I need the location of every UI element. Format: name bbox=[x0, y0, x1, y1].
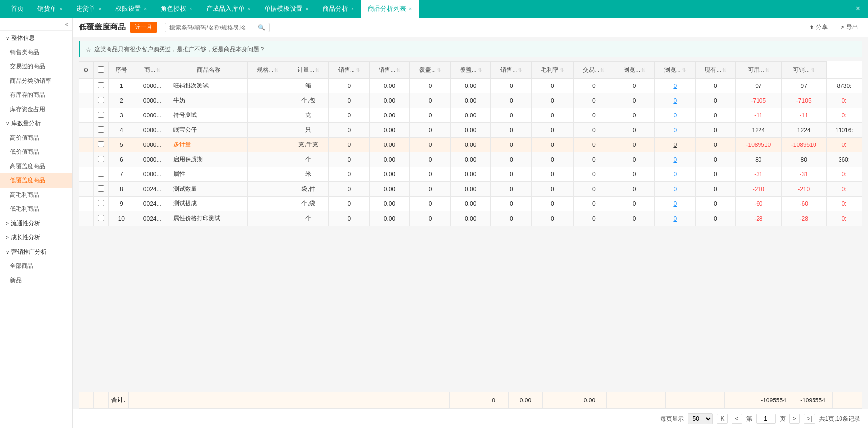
export-btn[interactable]: ↗ 导出 bbox=[836, 22, 862, 33]
cell-browse1[interactable]: 0 bbox=[654, 211, 695, 226]
cell-checkbox[interactable] bbox=[94, 93, 108, 108]
nav-permission-close[interactable]: × bbox=[144, 6, 147, 12]
last-page-btn[interactable]: >| bbox=[804, 414, 815, 424]
col-settings[interactable]: ⚙ bbox=[79, 62, 94, 79]
select-all-checkbox[interactable] bbox=[98, 66, 104, 73]
cell-trade: 0 bbox=[614, 152, 655, 167]
cell-name: 多计量 bbox=[170, 138, 247, 152]
sidebar-item-high-margin[interactable]: 高毛利商品 bbox=[0, 188, 72, 202]
cell-cov1: 0 bbox=[410, 211, 451, 226]
nav-role-close[interactable]: × bbox=[189, 6, 192, 12]
cell-checkbox[interactable] bbox=[94, 108, 108, 123]
search-box: 🔍 bbox=[165, 23, 270, 32]
cell-available-stock: 1224 bbox=[781, 123, 826, 138]
sidebar-item-inventory-capital[interactable]: 库存资金占用 bbox=[0, 102, 72, 116]
page-title: 低覆盖度商品 bbox=[79, 22, 126, 32]
sidebar-item-all-goods[interactable]: 全部商品 bbox=[0, 259, 72, 273]
cell-browse1[interactable]: 0 bbox=[654, 167, 695, 182]
page-input[interactable] bbox=[756, 414, 776, 424]
nav-permission[interactable]: 权限设置 × bbox=[108, 0, 154, 18]
cell-checkbox[interactable] bbox=[94, 138, 108, 152]
cell-cov2: 0.00 bbox=[450, 211, 491, 226]
nav-product-in-close[interactable]: × bbox=[247, 6, 250, 12]
sidebar-item-new-goods[interactable]: 新品 bbox=[0, 273, 72, 287]
cell-unit: 只 bbox=[288, 123, 329, 138]
cell-sales-qty: 0 bbox=[328, 79, 369, 93]
sidebar-item-low-value[interactable]: 低价值商品 bbox=[0, 145, 72, 159]
nav-template-close[interactable]: × bbox=[305, 6, 308, 12]
nav-purchase-close[interactable]: × bbox=[98, 6, 101, 12]
cell-checkbox[interactable] bbox=[94, 167, 108, 182]
cell-checkbox[interactable] bbox=[94, 211, 108, 226]
share-btn[interactable]: ⬆ 分享 bbox=[805, 22, 832, 33]
cell-browse1[interactable]: 0 bbox=[654, 138, 695, 152]
nav-product-in[interactable]: 产成品入库单 × bbox=[199, 0, 257, 18]
cell-sellable: 11016: bbox=[826, 123, 862, 138]
nav-analysis-list[interactable]: 商品分析列表 × bbox=[361, 0, 419, 18]
cell-cov1: 0 bbox=[410, 152, 451, 167]
sidebar-item-stocked-goods[interactable]: 有库存的商品 bbox=[0, 88, 72, 102]
sidebar-section-growth[interactable]: > 成长性分析 bbox=[0, 230, 72, 245]
cell-unit: 米 bbox=[288, 167, 329, 182]
nav-purchase[interactable]: 进货单 × bbox=[69, 0, 108, 18]
sidebar: « ∨ 整体信息 销售类商品 交易过的商品 商品分类动销率 有库存的商品 库存资… bbox=[0, 18, 73, 428]
total-cov2: 0.00 bbox=[572, 392, 607, 409]
sidebar-section-overall[interactable]: ∨ 整体信息 bbox=[0, 31, 72, 45]
cell-checkbox[interactable] bbox=[94, 123, 108, 138]
cell-browse1[interactable]: 0 bbox=[654, 197, 695, 211]
sidebar-item-category-sales-rate[interactable]: 商品分类动销率 bbox=[0, 74, 72, 88]
cell-checkbox[interactable] bbox=[94, 182, 108, 197]
nav-sales-close[interactable]: × bbox=[59, 6, 62, 12]
nav-analysis-list-close[interactable]: × bbox=[409, 6, 412, 12]
cell-spec bbox=[247, 138, 288, 152]
cell-checkbox[interactable] bbox=[94, 152, 108, 167]
cell-current-stock: -60 bbox=[736, 197, 781, 211]
cell-sales-extra: 0 bbox=[532, 93, 574, 108]
prev-page-btn[interactable]: < bbox=[732, 414, 742, 424]
pagination-bar: 每页显示 50 100 200 K < 第 页 > >| 共1页,10条记录 bbox=[73, 409, 868, 428]
cell-browse1[interactable]: 0 bbox=[654, 123, 695, 138]
cell-spec bbox=[247, 93, 288, 108]
nav-analysis-close[interactable]: × bbox=[351, 6, 354, 12]
next-page-btn[interactable]: > bbox=[789, 414, 800, 424]
cell-browse1[interactable]: 0 bbox=[654, 182, 695, 197]
cell-code: 0000... bbox=[135, 108, 170, 123]
sidebar-item-sales-goods[interactable]: 销售类商品 bbox=[0, 45, 72, 59]
sidebar-section-flow[interactable]: > 流通性分析 bbox=[0, 216, 72, 230]
nav-home[interactable]: 首页 bbox=[4, 0, 30, 18]
cell-browse1[interactable]: 0 bbox=[654, 79, 695, 93]
cell-browse2: 0 bbox=[695, 211, 736, 226]
search-icon[interactable]: 🔍 bbox=[258, 24, 265, 31]
sidebar-item-traded-goods[interactable]: 交易过的商品 bbox=[0, 59, 72, 74]
cell-code: 0024... bbox=[135, 211, 170, 226]
cell-seq: 1 bbox=[108, 79, 135, 93]
cell-checkbox[interactable] bbox=[94, 197, 108, 211]
cell-cov2: 0.00 bbox=[450, 152, 491, 167]
cell-browse1[interactable]: 0 bbox=[654, 152, 695, 167]
sidebar-section-inventory[interactable]: ∨ 库数量分析 bbox=[0, 116, 72, 131]
cell-cov1: 0 bbox=[410, 138, 451, 152]
search-input[interactable] bbox=[169, 24, 258, 31]
nav-analysis[interactable]: 商品分析 × bbox=[316, 0, 361, 18]
page-size-select[interactable]: 50 100 200 bbox=[688, 413, 713, 424]
nav-role[interactable]: 角色授权 × bbox=[154, 0, 199, 18]
sidebar-section-marketing[interactable]: ∨ 营销推广分析 bbox=[0, 245, 72, 259]
first-page-btn[interactable]: K bbox=[717, 414, 728, 424]
cell-cov3: 0 bbox=[491, 211, 532, 226]
sidebar-item-high-value[interactable]: 高价值商品 bbox=[0, 131, 72, 145]
sidebar-item-low-margin[interactable]: 低毛利商品 bbox=[0, 202, 72, 216]
cell-browse1[interactable]: 0 bbox=[654, 93, 695, 108]
nav-sales[interactable]: 销货单 × bbox=[30, 0, 69, 18]
cell-browse1[interactable]: 0 bbox=[654, 108, 695, 123]
period-btn[interactable]: 近一月 bbox=[130, 22, 157, 33]
cell-unit: 克,千克 bbox=[288, 138, 329, 152]
cell-spec bbox=[247, 197, 288, 211]
close-all-tabs[interactable]: × bbox=[852, 4, 864, 13]
cell-checkbox[interactable] bbox=[94, 79, 108, 93]
cell-sales-extra: 0 bbox=[532, 108, 574, 123]
nav-template[interactable]: 单据模板设置 × bbox=[257, 0, 315, 18]
sidebar-item-low-coverage[interactable]: 低覆盖度商品 bbox=[0, 173, 72, 188]
sidebar-collapse-btn[interactable]: « bbox=[0, 18, 72, 31]
sidebar-item-high-coverage[interactable]: 高覆盖度商品 bbox=[0, 159, 72, 173]
cell-gross: 0 bbox=[573, 211, 614, 226]
